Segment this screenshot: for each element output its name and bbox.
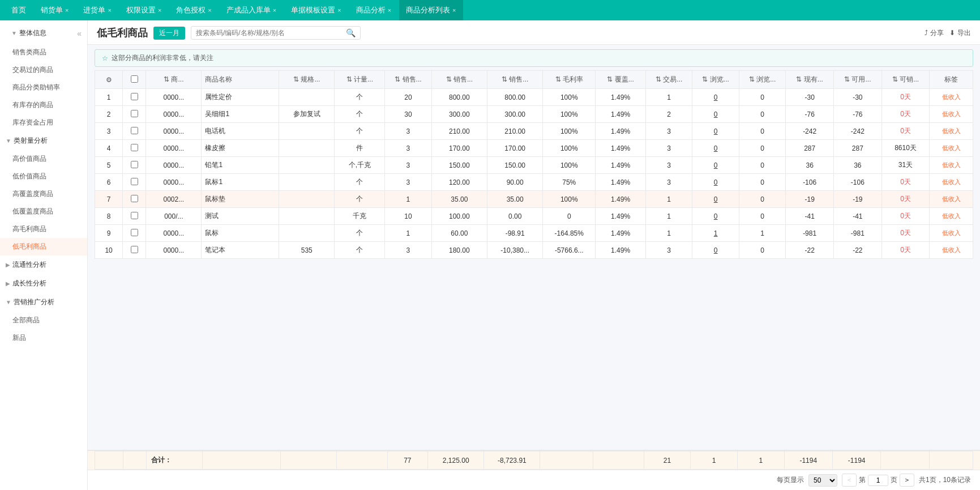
view1-link[interactable]: 0 — [714, 195, 718, 203]
filter-recent-month-btn[interactable]: 近一月 — [153, 27, 185, 40]
sidebar-item-inventory-capital[interactable]: 库存资金占用 — [0, 114, 87, 131]
cell-view1[interactable]: 0 — [692, 106, 739, 123]
view1-link[interactable]: 0 — [714, 178, 718, 186]
nav-analysis-list[interactable]: 商品分析列表 × — [399, 0, 463, 20]
nav-close-sales[interactable]: × — [65, 7, 69, 14]
sidebar-item-low-coverage[interactable]: 低覆盖度商品 — [0, 203, 87, 220]
sidebar-item-sales-goods[interactable]: 销售类商品 — [0, 44, 87, 61]
view1-link[interactable]: 0 — [714, 212, 718, 220]
share-btn[interactable]: ⤴ 分享 — [925, 28, 944, 38]
row-checkbox[interactable] — [131, 110, 138, 117]
sidebar-item-all-goods[interactable]: 全部商品 — [0, 312, 87, 329]
nav-close-product-entry[interactable]: × — [273, 7, 276, 14]
sidebar-item-traded-goods[interactable]: 交易过的商品 — [0, 61, 87, 79]
sidebar-item-low-value[interactable]: 低价值商品 — [0, 168, 87, 185]
cell-view1[interactable]: 0 — [692, 208, 739, 225]
nav-close-analysis-list[interactable]: × — [452, 7, 456, 14]
cell-check[interactable] — [123, 140, 146, 157]
sidebar-group-marketing[interactable]: ▼ 营销推广分析 — [0, 293, 87, 312]
nav-roles[interactable]: 角色授权 × — [169, 0, 218, 20]
sidebar-group-liquidity[interactable]: ▶ 流通性分析 — [0, 255, 87, 274]
cell-view1[interactable]: 0 — [692, 174, 739, 191]
row-checkbox[interactable] — [131, 93, 138, 100]
nav-permissions[interactable]: 权限设置 × — [119, 0, 168, 20]
row-checkbox[interactable] — [131, 212, 138, 219]
nav-sales[interactable]: 销货单 × — [34, 0, 75, 20]
nav-product-entry[interactable]: 产成品入库单 × — [220, 0, 283, 20]
row-checkbox[interactable] — [131, 144, 138, 151]
view1-link[interactable]: 0 — [714, 93, 718, 101]
nav-close-analysis[interactable]: × — [388, 7, 391, 14]
cell-check[interactable] — [123, 208, 146, 225]
cell-view1[interactable]: 0 — [692, 89, 739, 106]
sidebar-item-low-margin[interactable]: 低毛利商品 — [0, 238, 87, 255]
next-page-btn[interactable]: ＞ — [900, 474, 914, 487]
view1-link[interactable]: 0 — [714, 127, 718, 135]
nav-close-purchase[interactable]: × — [108, 7, 111, 14]
nav-close-roles[interactable]: × — [208, 7, 211, 14]
sidebar-item-high-coverage[interactable]: 高覆盖度商品 — [0, 185, 87, 203]
nav-product-analysis[interactable]: 商品分析 × — [349, 0, 398, 20]
sidebar-group-growth[interactable]: ▶ 成长性分析 — [0, 274, 87, 293]
sort-sellable-icon[interactable]: ⇅ — [892, 75, 898, 83]
row-checkbox[interactable] — [131, 246, 138, 253]
cell-check[interactable] — [123, 157, 146, 174]
row-checkbox[interactable] — [131, 127, 138, 134]
sort-view2-icon[interactable]: ⇅ — [749, 75, 755, 83]
row-checkbox[interactable] — [131, 195, 138, 202]
sort-sales-qty-icon[interactable]: ⇅ — [395, 75, 400, 83]
nav-purchase[interactable]: 进货单 × — [76, 0, 118, 20]
view1-link[interactable]: 0 — [714, 161, 718, 169]
view1-link[interactable]: 0 — [714, 110, 718, 118]
cell-view1[interactable]: 0 — [692, 191, 739, 208]
sidebar-collapse-btn[interactable]: « — [75, 29, 84, 38]
view1-link[interactable]: 0 — [714, 246, 718, 254]
cell-check[interactable] — [123, 89, 146, 106]
cell-view1[interactable]: 0 — [692, 157, 739, 174]
sort-code-icon[interactable]: ⇅ — [164, 75, 169, 83]
sort-view1-icon[interactable]: ⇅ — [702, 75, 708, 83]
prev-page-btn[interactable]: ＜ — [842, 474, 857, 487]
sort-available-icon[interactable]: ⇅ — [844, 75, 850, 83]
sort-sales-amt-icon[interactable]: ⇅ — [446, 75, 452, 83]
search-icon[interactable]: 🔍 — [346, 28, 356, 37]
sidebar-item-stocked-goods[interactable]: 有库存的商品 — [0, 96, 87, 114]
row-checkbox[interactable] — [131, 161, 138, 168]
th-check[interactable] — [123, 71, 146, 89]
sidebar-item-new-goods[interactable]: 新品 — [0, 329, 87, 347]
sidebar-item-high-margin[interactable]: 高毛利商品 — [0, 220, 87, 238]
nav-close-template[interactable]: × — [337, 7, 341, 14]
view1-link[interactable]: 0 — [714, 144, 718, 152]
cell-check[interactable] — [123, 174, 146, 191]
cell-view1[interactable]: 0 — [692, 123, 739, 140]
sort-gross-rate-icon[interactable]: ⇅ — [555, 75, 561, 83]
per-page-select[interactable]: 50 100 200 — [808, 474, 837, 487]
search-input[interactable] — [196, 29, 346, 37]
page-number-input[interactable] — [868, 475, 888, 486]
row-checkbox[interactable] — [131, 229, 138, 236]
nav-close-permissions[interactable]: × — [158, 7, 161, 14]
sidebar-item-category-rate[interactable]: 商品分类助销率 — [0, 79, 87, 96]
nav-home[interactable]: 首页 — [5, 0, 33, 20]
cell-check[interactable] — [123, 242, 146, 259]
cell-view1[interactable]: 0 — [692, 140, 739, 157]
cell-view1[interactable]: 0 — [692, 242, 739, 259]
settings-icon[interactable]: ⚙ — [106, 76, 112, 84]
cell-check[interactable] — [123, 225, 146, 242]
cell-check[interactable] — [123, 191, 146, 208]
select-all-checkbox[interactable] — [131, 75, 138, 83]
export-btn[interactable]: ⬇ 导出 — [949, 28, 971, 38]
nav-template-settings[interactable]: 单据模板设置 × — [284, 0, 348, 20]
cell-view1[interactable]: 1 — [692, 225, 739, 242]
row-checkbox[interactable] — [131, 178, 138, 185]
sort-spec-icon[interactable]: ⇅ — [293, 75, 299, 83]
sort-sales-profit-icon[interactable]: ⇅ — [502, 75, 507, 83]
cell-check[interactable] — [123, 123, 146, 140]
cell-check[interactable] — [123, 106, 146, 123]
view1-link[interactable]: 1 — [714, 229, 718, 237]
sort-coverage-icon[interactable]: ⇅ — [607, 75, 613, 83]
sidebar-group-overall[interactable]: ▼ 整体信息 — [6, 24, 52, 42]
sort-unit-icon[interactable]: ⇅ — [346, 75, 352, 83]
sidebar-item-high-value[interactable]: 高价值商品 — [0, 150, 87, 168]
sort-trade-icon[interactable]: ⇅ — [656, 75, 661, 83]
